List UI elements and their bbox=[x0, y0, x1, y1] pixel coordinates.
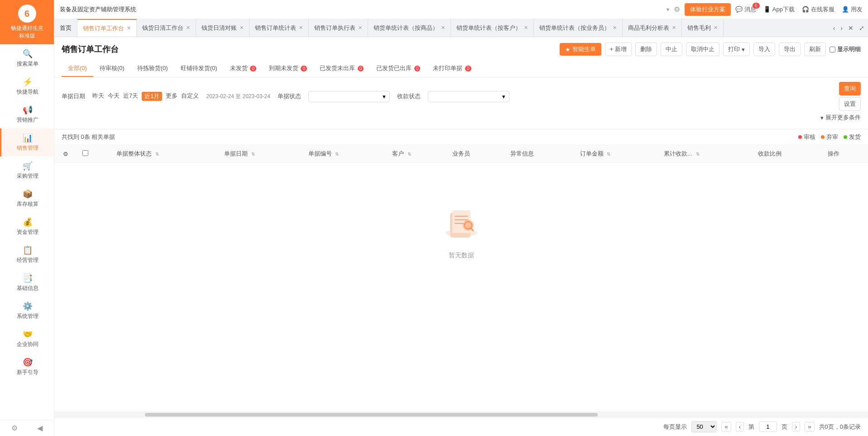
first-page-btn[interactable]: « bbox=[721, 422, 731, 431]
tab-close-sales-stats[interactable]: ✕ bbox=[299, 25, 303, 31]
online-service-action[interactable]: 🎧 在线客服 bbox=[802, 5, 834, 14]
last-page-btn[interactable]: » bbox=[805, 422, 814, 431]
cancel-stop-button[interactable]: 取消中止 bbox=[686, 43, 719, 56]
col-payment-ratio: 收款比例 bbox=[753, 145, 822, 163]
ship-action[interactable]: 发货 bbox=[844, 133, 861, 141]
col-salesman[interactable]: 业务员 bbox=[447, 145, 505, 163]
stop-button[interactable]: 中止 bbox=[661, 43, 682, 56]
col-amount[interactable]: 订单金额 ⇅ bbox=[575, 145, 659, 163]
sidebar-collapse-btn[interactable]: ◀ bbox=[37, 424, 43, 432]
subtab-pending-inspection[interactable]: 待拣验货(0) bbox=[131, 61, 174, 77]
subtab-shipped-out[interactable]: 已发货已出库 0 bbox=[370, 61, 427, 77]
col-settings[interactable]: ⚙ bbox=[54, 145, 77, 163]
sidebar-item-marketing[interactable]: 📢 营销推广 bbox=[0, 100, 54, 128]
col-checkbox[interactable] bbox=[77, 145, 111, 163]
show-detail-label[interactable]: 显示明细 bbox=[830, 45, 861, 53]
sidebar-item-guide[interactable]: 🎯 新手引导 bbox=[0, 353, 54, 381]
sidebar-item-purchase[interactable]: 🛒 采购管理 bbox=[0, 156, 54, 185]
col-cumulative[interactable]: 累计收款... ⇅ bbox=[658, 145, 753, 163]
subtab-shipped-not-out[interactable]: 已发货未出库 0 bbox=[313, 61, 370, 77]
sidebar-item-quick-nav[interactable]: ⚡ 快捷导航 bbox=[0, 72, 54, 100]
tab-sales-order-workbench[interactable]: 销售订单工作台 ✕ bbox=[77, 19, 137, 37]
tab-sales-gross[interactable]: 销售毛利 ✕ bbox=[682, 19, 724, 37]
tab-cash-daily-workbench[interactable]: 钱货日清工作台 ✕ bbox=[137, 19, 196, 37]
status-filter-select[interactable]: ▾ bbox=[308, 91, 390, 102]
date-btn-1month[interactable]: 近1月 bbox=[142, 92, 162, 101]
cancel-review-action[interactable]: 弃审 bbox=[821, 133, 838, 141]
sidebar-item-sales[interactable]: 📊 销售管理 bbox=[0, 128, 54, 156]
date-btn-custom[interactable]: 自定义 bbox=[181, 92, 199, 101]
user-action[interactable]: 👤 用友 bbox=[842, 5, 863, 14]
review-action[interactable]: 审核 bbox=[798, 133, 815, 141]
tab-close-all-btn[interactable]: ✕ bbox=[846, 23, 855, 33]
subtab-wangpu-pending-ship[interactable]: 旺铺待发货(0) bbox=[174, 61, 224, 77]
page-size-select[interactable]: 50 10 20 100 bbox=[691, 421, 717, 432]
tab-close-execute[interactable]: ✕ bbox=[358, 25, 362, 31]
subtab-unprinted[interactable]: 未打印单据 0 bbox=[427, 61, 477, 77]
delete-button[interactable]: 删除 bbox=[635, 43, 657, 56]
subtab-pending-review[interactable]: 待审核(0) bbox=[93, 61, 131, 77]
query-button[interactable]: 查询 bbox=[839, 82, 861, 95]
page-number-input[interactable] bbox=[759, 422, 777, 432]
date-btn-7days[interactable]: 近7天 bbox=[123, 92, 138, 101]
topbar-gear-icon[interactable]: ⚙ bbox=[674, 5, 680, 14]
tab-sales-stats-by-product[interactable]: 销货单统计表（按商品） ✕ bbox=[368, 19, 451, 37]
tab-close-cash-daily[interactable]: ✕ bbox=[186, 25, 190, 31]
message-action[interactable]: 💬 消息 6 bbox=[735, 5, 756, 14]
refresh-button[interactable]: 刷新 bbox=[804, 43, 826, 56]
add-button[interactable]: + 新增 bbox=[605, 43, 632, 56]
tab-close-by-salesman[interactable]: ✕ bbox=[613, 25, 617, 31]
sidebar-settings-btn[interactable]: ⚙ bbox=[11, 424, 18, 432]
tab-sales-stats-by-salesman[interactable]: 销货单统计表（按业务员） ✕ bbox=[534, 19, 623, 37]
tab-close-sales-order-workbench[interactable]: ✕ bbox=[127, 25, 131, 31]
import-button[interactable]: 导入 bbox=[753, 43, 775, 56]
subtab-overdue-unshipped[interactable]: 到期未发货 0 bbox=[263, 61, 313, 77]
solution-button[interactable]: 体验行业方案 bbox=[685, 3, 731, 16]
select-all-checkbox[interactable] bbox=[82, 150, 88, 156]
tab-cash-goods-reconcile[interactable]: 钱货日清对账 ✕ bbox=[196, 19, 249, 37]
date-btn-more[interactable]: 更多 bbox=[166, 92, 177, 101]
system-dropdown[interactable]: ▾ bbox=[667, 6, 669, 13]
next-page-btn[interactable]: › bbox=[792, 422, 800, 431]
expand-conditions-btn[interactable]: ▾ 展开更多条件 bbox=[820, 114, 861, 122]
tab-sales-stats-by-customer[interactable]: 销货单统计表（按客户） ✕ bbox=[451, 19, 534, 37]
subtab-all[interactable]: 全部(0) bbox=[62, 61, 93, 77]
tab-close-cash-goods[interactable]: ✕ bbox=[240, 25, 244, 31]
tab-product-margin[interactable]: 商品毛利分析表 ✕ bbox=[623, 19, 682, 37]
tab-close-by-product[interactable]: ✕ bbox=[441, 25, 445, 31]
settings-button[interactable]: 设置 bbox=[839, 97, 861, 111]
subtab-unshipped[interactable]: 未发货 0 bbox=[224, 61, 263, 77]
sidebar-item-system[interactable]: ⚙️ 系统管理 bbox=[0, 297, 54, 325]
tab-close-gross[interactable]: ✕ bbox=[714, 25, 718, 31]
export-button[interactable]: 导出 bbox=[779, 43, 801, 56]
tab-next-btn[interactable]: › bbox=[839, 23, 844, 33]
sidebar-item-enterprise[interactable]: 🤝 企业协同 bbox=[0, 325, 54, 353]
smart-generate-button[interactable]: ★ 智能生单 bbox=[560, 43, 601, 56]
col-customer[interactable]: 客户 ⇅ bbox=[387, 145, 447, 163]
horizontal-scrollbar[interactable] bbox=[54, 412, 868, 417]
payment-filter-select[interactable]: ▾ bbox=[428, 91, 509, 102]
date-btn-today[interactable]: 今天 bbox=[108, 92, 120, 101]
show-detail-checkbox[interactable] bbox=[830, 47, 835, 52]
tab-sales-order-stats[interactable]: 销售订单统计表 ✕ bbox=[249, 19, 309, 37]
tab-maximize-btn[interactable]: ⤢ bbox=[857, 23, 866, 33]
tab-close-by-customer[interactable]: ✕ bbox=[524, 25, 528, 31]
col-date[interactable]: 单据日期 ⇅ bbox=[219, 145, 303, 163]
sidebar-item-inventory[interactable]: 📦 库存核算 bbox=[0, 185, 54, 213]
col-abnormal[interactable]: 异常信息 bbox=[505, 145, 575, 163]
app-download-action[interactable]: 📱 App下载 bbox=[763, 5, 795, 14]
col-number[interactable]: 单据编号 ⇅ bbox=[303, 145, 387, 163]
print-button[interactable]: 打印 ▾ bbox=[723, 43, 750, 56]
tab-prev-btn[interactable]: ‹ bbox=[831, 23, 837, 33]
tab-home[interactable]: 首页 bbox=[54, 19, 77, 37]
tab-close-margin[interactable]: ✕ bbox=[672, 25, 676, 31]
scrollbar-thumb[interactable] bbox=[145, 413, 598, 417]
prev-page-btn[interactable]: ‹ bbox=[736, 422, 744, 431]
sidebar-item-search[interactable]: 🔍 搜索菜单 bbox=[0, 44, 54, 72]
col-overall-status[interactable]: 单据整体状态 ⇅ bbox=[111, 145, 219, 163]
sidebar-item-finance[interactable]: 💰 资金管理 bbox=[0, 213, 54, 241]
sidebar-item-operations[interactable]: 📋 经营管理 bbox=[0, 241, 54, 269]
sidebar-item-basic[interactable]: 📑 基础信息 bbox=[0, 269, 54, 297]
date-btn-yesterday[interactable]: 昨天 bbox=[92, 92, 104, 101]
tab-sales-order-execute[interactable]: 销售订单执行表 ✕ bbox=[309, 19, 368, 37]
